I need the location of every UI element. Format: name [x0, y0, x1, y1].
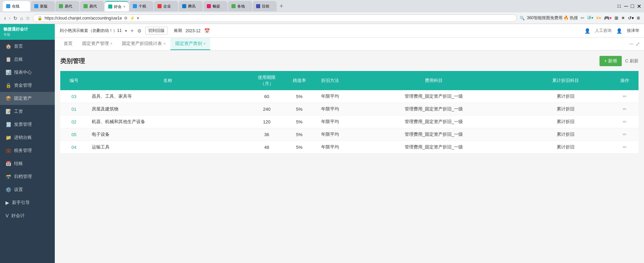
dropdown-icon[interactable]: ▾	[125, 28, 127, 33]
settings-icon: ⚙️	[5, 187, 11, 192]
tab-depreciation-stats[interactable]: 固定资产折旧统计表 ×	[117, 38, 170, 50]
cell-residual: 5%	[286, 141, 313, 154]
edit-icon[interactable]: ✏	[623, 132, 627, 137]
grid-icon[interactable]: ⊞	[615, 15, 618, 21]
browser-tab-zaixian[interactable]: 在线	[3, 1, 30, 11]
cell-expense: 管理费用_固定资产折旧_一级	[347, 90, 520, 103]
col-header-expense: 费用科目	[347, 71, 520, 90]
cell-id[interactable]: 05	[60, 128, 88, 141]
cell-action[interactable]: ✏	[611, 141, 639, 154]
edit-icon[interactable]: ✏	[623, 106, 627, 112]
forward-button[interactable]: ›	[9, 15, 10, 21]
edit-icon[interactable]: ✏	[623, 94, 627, 99]
browser-tab-yidai1[interactable]: 易代	[55, 1, 79, 11]
close-icon[interactable]: ×	[123, 4, 125, 9]
archive-icon: 🗃️	[5, 174, 11, 179]
collapse-tab-button[interactable]: ─	[630, 41, 633, 47]
maximize-button[interactable]: □	[631, 3, 634, 9]
edit-icon[interactable]: ✏	[623, 144, 627, 150]
cell-action[interactable]: ✏	[611, 103, 639, 116]
col-header-residual: 残值率	[286, 71, 313, 90]
tab-close-icon[interactable]: ×	[203, 41, 205, 46]
sidebar-item-haokuaiji[interactable]: V 好会计	[0, 209, 55, 222]
url-bar[interactable]: 🔒 https://cloud.chanjet.com/accounting/u…	[33, 14, 517, 22]
browser-tab-tengxun[interactable]: 腾讯	[179, 1, 203, 11]
calendar-icon[interactable]: 📅	[204, 28, 210, 34]
sidebar-item-funds[interactable]: 🔒 资金管理	[0, 79, 55, 92]
refresh-button[interactable]: C 刷新	[625, 56, 639, 66]
tab-count-badge: 11	[617, 4, 621, 9]
sidebar-item-reports[interactable]: 📊 报表中心	[0, 66, 55, 79]
new-tab-button[interactable]: +	[277, 3, 285, 10]
browser-tab-yidai2[interactable]: 易代	[80, 1, 104, 11]
cell-id[interactable]: 04	[60, 141, 88, 154]
page-body: 类别管理 + 新增 C 刷新 编号 名称 使用期限（月） 残值率 折旧方法 费用…	[55, 50, 644, 263]
back-button[interactable]: ‹	[4, 15, 6, 21]
sun-icon[interactable]: ☀	[621, 15, 625, 21]
tab-close-icon[interactable]: ×	[163, 41, 165, 46]
sidebar-item-checkout[interactable]: 📅 结账	[0, 157, 55, 170]
tab-close-icon[interactable]: ×	[110, 41, 112, 46]
site-info-icon[interactable]: ⚙	[124, 16, 128, 21]
user-avatar: 👤	[616, 28, 622, 34]
checkout-icon: 📅	[5, 161, 11, 166]
dropdown-icon[interactable]: ▾	[137, 16, 139, 21]
cell-action[interactable]: ✏	[611, 116, 639, 128]
browser-tab-xinban[interactable]: 新版	[31, 1, 55, 11]
sidebar-item-label: 进销台账	[14, 134, 32, 141]
cell-id[interactable]: 03	[60, 90, 88, 103]
tab-icon	[84, 4, 88, 8]
switch-version-button[interactable]: 切到旧版	[145, 27, 168, 35]
history-icon[interactable]: ↺▾	[628, 15, 634, 21]
sidebar-item-fixed-assets[interactable]: 📦 固定资产	[0, 92, 55, 105]
add-category-button[interactable]: + 新增	[599, 56, 622, 66]
cell-name: 电子设备	[88, 128, 248, 141]
sidebar-item-archive[interactable]: 🗃️ 归档管理	[0, 170, 55, 183]
browser-tab-geshu[interactable]: 个税	[129, 1, 153, 11]
menu-icon[interactable]: ≡	[637, 15, 640, 21]
cell-action[interactable]: ✏	[611, 90, 639, 103]
tab-label: 好会	[114, 4, 122, 9]
cell-months: 240	[248, 103, 286, 116]
browser-tab-changti[interactable]: 畅提	[203, 1, 227, 11]
sidebar-item-inventory[interactable]: 📁 进销台账	[0, 131, 55, 144]
browser-tab-qiye[interactable]: 企业	[154, 1, 178, 11]
browser-tab-gedi[interactable]: 各地	[228, 1, 252, 11]
browser-tab-haokuai[interactable]: 好会 ×	[105, 1, 129, 11]
sidebar-item-settings[interactable]: ⚙️ 设置	[0, 183, 55, 196]
sidebar-item-payroll[interactable]: 📝 工资	[0, 105, 55, 118]
edit-icon[interactable]: ✏	[623, 119, 627, 124]
add-icon[interactable]: +	[130, 28, 134, 34]
minimize-button[interactable]: ─	[624, 3, 628, 9]
close-window-button[interactable]: ✕	[637, 3, 641, 10]
sidebar-item-general-ledger[interactable]: 📋 总账	[0, 53, 55, 66]
sidebar-item-home[interactable]: 🏠 首页	[0, 40, 55, 53]
tab-fixed-assets-mgmt[interactable]: 固定资产管理 ×	[77, 38, 117, 50]
reload-button[interactable]: ↻	[13, 15, 17, 21]
cell-accumulated: 累计折旧	[520, 103, 611, 116]
cell-action[interactable]: ✏	[611, 128, 639, 141]
browser-tab-muqian[interactable]: 目前	[253, 1, 277, 11]
sidebar-item-guide[interactable]: ▶ 新手引导	[0, 196, 55, 209]
search-text: 360智能抠图免费用 🔥 热搜	[527, 15, 578, 21]
scissors-icon: ✂	[581, 15, 584, 21]
cell-id[interactable]: 02	[60, 116, 88, 128]
consult-label[interactable]: 人工咨询	[595, 28, 611, 34]
page-title-bar: 类别管理 + 新增 C 刷新	[60, 56, 639, 66]
sidebar-item-invoice[interactable]: 🧾 发票管理	[0, 118, 55, 131]
bookmark-button[interactable]: ☆	[26, 15, 30, 21]
sidebar-item-label: 首页	[14, 43, 23, 49]
currency-icon[interactable]: ¥▾	[596, 15, 601, 21]
tab-asset-category[interactable]: 固定资产类别 ×	[171, 38, 210, 50]
cell-id[interactable]: 01	[60, 103, 88, 116]
sidebar-item-tax[interactable]: 💼 税务管理	[0, 144, 55, 157]
translate-icon[interactable]: 译▾	[587, 15, 593, 21]
sidebar-item-label: 归档管理	[14, 174, 32, 180]
settings-gear-icon[interactable]: ⚙	[137, 28, 142, 34]
page-tab-bar: 首页 固定资产管理 × 固定资产折旧统计表 × 固定资产类别 × ─ ⤢	[55, 38, 644, 50]
home-button[interactable]: ⌂	[20, 15, 23, 21]
game-icon[interactable]: 🎮▾	[604, 15, 612, 21]
tab-home[interactable]: 首页	[59, 38, 77, 50]
expand-tab-button[interactable]: ⤢	[635, 41, 640, 47]
tab-label: 易代	[89, 4, 97, 9]
